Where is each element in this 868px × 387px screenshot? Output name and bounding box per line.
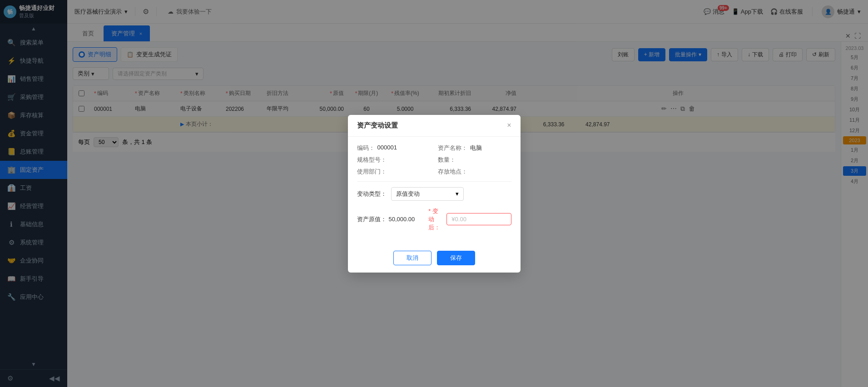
modal-quantity-item: 数量： (438, 156, 511, 164)
modal-select-dropdown-icon: ▾ (456, 190, 459, 197)
modal-quantity-label: 数量： (438, 156, 456, 164)
modal-asset-name-label: 资产名称： (438, 144, 467, 152)
modal-asset-value-label: 资产原值： (357, 215, 384, 223)
modal-code-item: 编码： 000001 (357, 144, 431, 152)
modal-overlay[interactable]: 资产变动设置 × 编码： 000001 资产名称： 电脑 规格型号： 数量： (0, 0, 868, 387)
modal-header: 资产变动设置 × (348, 115, 521, 137)
modal-change-type-label: 变动类型： (357, 190, 387, 198)
modal-info-grid: 编码： 000001 资产名称： 电脑 规格型号： 数量： 使用部门： (357, 144, 511, 176)
modal-asset-value-value: 50,000.00 (389, 216, 415, 223)
modal-asset-value-row: 资产原值： 50,000.00 * 变动后： (357, 207, 511, 232)
modal-cancel-btn[interactable]: 取消 (393, 251, 432, 265)
modal-location-item: 存放地点： (438, 168, 511, 176)
modal-change-type-select[interactable]: 原值变动 ▾ (391, 187, 464, 201)
modal-divider (357, 181, 511, 182)
modal-after-change-label: * 变动后： (428, 207, 440, 232)
modal-footer: 取消 保存 (348, 245, 521, 273)
modal-save-btn[interactable]: 保存 (437, 251, 475, 265)
asset-change-modal: 资产变动设置 × 编码： 000001 资产名称： 电脑 规格型号： 数量： (348, 115, 521, 273)
modal-after-change-input[interactable] (446, 213, 511, 225)
modal-change-type-row: 变动类型： 原值变动 ▾ (357, 187, 511, 201)
modal-spec-item: 规格型号： (357, 156, 431, 164)
modal-body: 编码： 000001 资产名称： 电脑 规格型号： 数量： 使用部门： (348, 137, 521, 245)
modal-title: 资产变动设置 (357, 121, 398, 130)
modal-spec-label: 规格型号： (357, 156, 387, 164)
modal-dept-label: 使用部门： (357, 168, 387, 176)
modal-location-label: 存放地点： (438, 168, 467, 176)
modal-asset-name-item: 资产名称： 电脑 (438, 144, 511, 152)
modal-code-label: 编码： (357, 144, 375, 152)
modal-dept-item: 使用部门： (357, 168, 431, 176)
modal-close-btn[interactable]: × (507, 122, 511, 129)
modal-code-value: 000001 (377, 144, 397, 152)
modal-asset-name-value: 电脑 (470, 144, 482, 152)
modal-change-type-value: 原值变动 (396, 190, 452, 198)
